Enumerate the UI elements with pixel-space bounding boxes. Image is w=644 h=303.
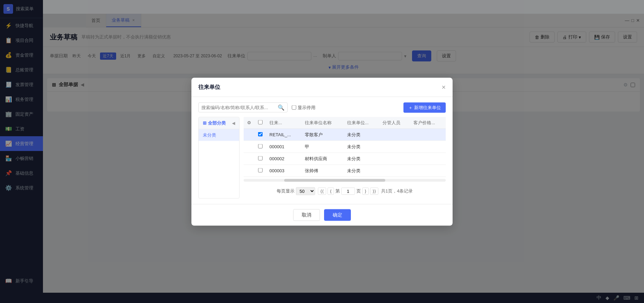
- modal-body: 🔍 显示停用 ＋ 新增往来单位 ⊞ 全部分类 ◀: [191, 97, 453, 204]
- page-size-select[interactable]: 50 20 100: [296, 187, 315, 195]
- row-name: 零散客户: [301, 129, 344, 141]
- search-icon: 🔍: [278, 104, 285, 111]
- col-settings: ⚙: [244, 117, 255, 129]
- row-category: 未分类: [344, 141, 379, 153]
- row-manager: [379, 153, 410, 165]
- modal-title: 往来单位: [198, 83, 220, 91]
- col-price: 客户价格...: [410, 117, 446, 129]
- table-row[interactable]: 000001 甲 未分类: [244, 141, 446, 153]
- table-row[interactable]: 000003 张帅傅 未分类: [244, 165, 446, 177]
- cancel-button[interactable]: 取消: [293, 209, 320, 221]
- row-manager: [379, 165, 410, 177]
- col-code: 往来...: [266, 117, 301, 129]
- page-size-selector: 每页显示 50 20 100: [277, 187, 315, 195]
- add-party-button[interactable]: ＋ 新增往来单位: [403, 102, 446, 113]
- category-panel: ⊞ 全部分类 ◀ 未分类: [198, 117, 240, 198]
- modal-panels: ⊞ 全部分类 ◀ 未分类 ⚙ 往来... 往来单位名称: [198, 117, 446, 198]
- row-price-level: [410, 165, 446, 177]
- row-code: 000001: [266, 141, 301, 153]
- modal-header: 往来单位 ×: [191, 78, 453, 97]
- row-name: 甲: [301, 141, 344, 153]
- row-checkbox-cell: [255, 129, 266, 141]
- col-check: [255, 117, 266, 129]
- category-header: ⊞ 全部分类 ◀: [199, 117, 239, 129]
- row-code: RETAIL_...: [266, 129, 301, 141]
- next-page-button[interactable]: ⟩: [362, 187, 369, 195]
- table-row[interactable]: 000002 材料供应商 未分类: [244, 153, 446, 165]
- table-header-row: ⚙ 往来... 往来单位名称 往来单位... 分管人员 客户价格...: [244, 117, 446, 129]
- table-scrollbar[interactable]: [244, 179, 446, 182]
- row-checkbox-cell: [255, 165, 266, 177]
- row-name: 材料供应商: [301, 153, 344, 165]
- row-price-level: [410, 141, 446, 153]
- row-actions: [244, 153, 255, 165]
- row-checkbox[interactable]: [258, 168, 263, 172]
- modal-footer: 取消 确定: [191, 204, 453, 225]
- row-manager: [379, 129, 410, 141]
- table-row[interactable]: RETAIL_... 零散客户 未分类: [244, 129, 446, 141]
- row-actions: [244, 129, 255, 141]
- row-actions: [244, 165, 255, 177]
- page-navigation: ⟨⟨ ⟨ 第 页 ⟩ ⟩⟩: [318, 187, 378, 195]
- row-price-level: [410, 129, 446, 141]
- modal-close-button[interactable]: ×: [442, 83, 446, 91]
- last-page-button[interactable]: ⟩⟩: [370, 187, 378, 195]
- col-manager: 分管人员: [379, 117, 410, 129]
- first-page-button[interactable]: ⟨⟨: [318, 187, 326, 195]
- table-select-all[interactable]: [258, 120, 263, 124]
- row-checkbox-cell: [255, 153, 266, 165]
- prev-page-button[interactable]: ⟨: [327, 187, 334, 195]
- grid-icon: ⊞: [203, 120, 207, 126]
- show-disabled-checkbox[interactable]: [292, 105, 296, 110]
- row-name: 张帅傅: [301, 165, 344, 177]
- category-item-unclassified[interactable]: 未分类: [199, 129, 239, 141]
- show-disabled-label: 显示停用: [292, 104, 315, 110]
- modal-toolbar: 🔍 显示停用 ＋ 新增往来单位: [198, 102, 446, 113]
- party-modal: 往来单位 × 🔍 显示停用 ＋ 新增往来单位: [191, 78, 453, 225]
- col-category: 往来单位...: [344, 117, 379, 129]
- col-name: 往来单位名称: [301, 117, 344, 129]
- row-category: 未分类: [344, 153, 379, 165]
- row-actions: [244, 141, 255, 153]
- modal-search-input[interactable]: [201, 105, 276, 110]
- row-manager: [379, 141, 410, 153]
- party-table: ⚙ 往来... 往来单位名称 往来单位... 分管人员 客户价格... RETA…: [244, 117, 446, 177]
- gear-icon[interactable]: ⚙: [247, 120, 251, 125]
- row-checkbox-cell: [255, 141, 266, 153]
- row-checkbox[interactable]: [258, 144, 263, 148]
- modal-table-panel: ⚙ 往来... 往来单位名称 往来单位... 分管人员 客户价格... RETA…: [244, 117, 446, 198]
- row-checkbox[interactable]: [258, 156, 263, 160]
- row-code: 000003: [266, 165, 301, 177]
- pagination: 每页显示 50 20 100 ⟨⟨ ⟨ 第 页 ⟩: [244, 184, 446, 198]
- scrollbar-thumb[interactable]: [284, 179, 385, 182]
- row-price-level: [410, 153, 446, 165]
- category-collapse-button[interactable]: ◀: [232, 120, 235, 125]
- modal-search-box: 🔍: [198, 103, 288, 113]
- plus-icon: ＋: [408, 104, 413, 110]
- row-category: 未分类: [344, 129, 379, 141]
- page-total: 共1页，4条记录: [381, 188, 413, 194]
- confirm-button[interactable]: 确定: [324, 209, 351, 221]
- row-category: 未分类: [344, 165, 379, 177]
- page-number-input[interactable]: [341, 187, 355, 195]
- row-code: 000002: [266, 153, 301, 165]
- row-checkbox[interactable]: [258, 132, 263, 136]
